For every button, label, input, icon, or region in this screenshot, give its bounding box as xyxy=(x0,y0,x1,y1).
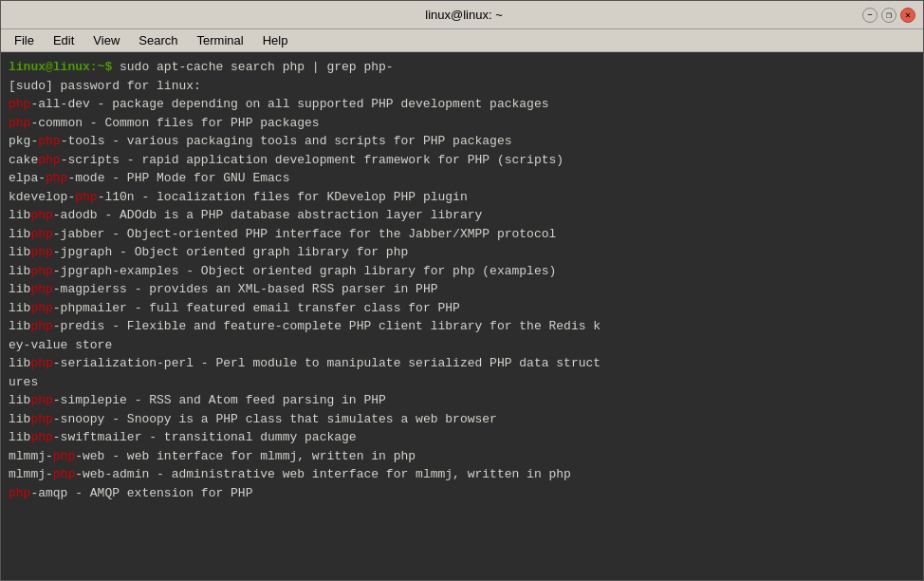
terminal-line: php-amqp - AMQP extension for PHP xyxy=(9,484,915,503)
terminal-line: libphp-jpgraph - Object oriented graph l… xyxy=(9,243,915,262)
terminal-line: libphp-swiftmailer - transitional dummy … xyxy=(9,428,915,447)
menu-bar: File Edit View Search Terminal Help xyxy=(1,29,923,52)
terminal-line: ey-value store xyxy=(9,336,915,355)
terminal-body[interactable]: linux@linux:~$ sudo apt-cache search php… xyxy=(1,52,923,580)
window-title: linux@linux: ~ xyxy=(65,8,862,22)
close-button[interactable]: ✕ xyxy=(900,8,915,23)
terminal-line: mlmmj-php-web-admin - administrative web… xyxy=(9,465,915,484)
terminal-line: kdevelop-php-l10n - localization files f… xyxy=(9,188,915,207)
menu-search[interactable]: Search xyxy=(129,31,187,49)
terminal-line: linux@linux:~$ sudo apt-cache search php… xyxy=(9,58,915,77)
terminal-line: elpa-php-mode - PHP Mode for GNU Emacs xyxy=(9,169,915,188)
terminal-line: cakephp-scripts - rapid application deve… xyxy=(9,151,915,170)
terminal-line: libphp-jabber - Object-oriented PHP inte… xyxy=(9,225,915,244)
terminal-line: libphp-snoopy - Snoopy is a PHP class th… xyxy=(9,410,915,429)
menu-view[interactable]: View xyxy=(83,31,129,49)
terminal-line: mlmmj-php-web - web interface for mlmmj,… xyxy=(9,447,915,466)
menu-help[interactable]: Help xyxy=(253,31,298,49)
terminal-line: libphp-serialization-perl - Perl module … xyxy=(9,354,915,373)
restore-button[interactable]: ❐ xyxy=(881,8,896,23)
terminal-line: [sudo] password for linux: xyxy=(9,77,915,96)
terminal-line: libphp-predis - Flexible and feature-com… xyxy=(9,317,915,336)
menu-file[interactable]: File xyxy=(5,31,44,49)
terminal-line: php-common - Common files for PHP packag… xyxy=(9,114,915,133)
terminal-line: libphp-phpmailer - full featured email t… xyxy=(9,299,915,318)
terminal-window: linux@linux: ~ – ❐ ✕ File Edit View Sear… xyxy=(0,0,924,581)
terminal-line: ures xyxy=(9,373,915,392)
terminal-line: libphp-adodb - ADOdb is a PHP database a… xyxy=(9,206,915,225)
terminal-line: libphp-magpierss - provides an XML-based… xyxy=(9,280,915,299)
menu-terminal[interactable]: Terminal xyxy=(188,31,253,49)
window-controls: – ❐ ✕ xyxy=(862,8,915,23)
minimize-button[interactable]: – xyxy=(862,8,878,23)
terminal-line: libphp-jpgraph-examples - Object oriente… xyxy=(9,262,915,281)
title-bar: linux@linux: ~ – ❐ ✕ xyxy=(1,1,923,29)
terminal-line: libphp-simplepie - RSS and Atom feed par… xyxy=(9,391,915,410)
menu-edit[interactable]: Edit xyxy=(44,31,83,49)
terminal-line: pkg-php-tools - various packaging tools … xyxy=(9,132,915,151)
terminal-line: php-all-dev - package depending on all s… xyxy=(9,95,915,114)
